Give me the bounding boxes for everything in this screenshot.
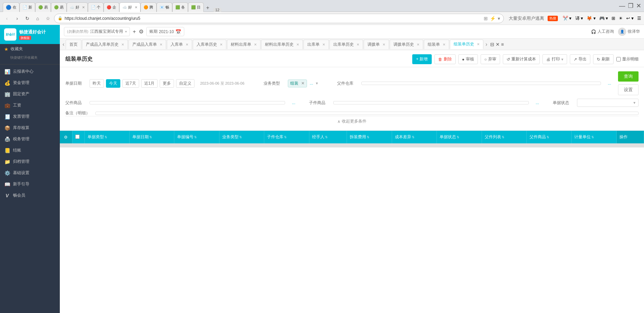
tab-assembly-history-close[interactable]: ✕ — [477, 42, 480, 46]
game-icon[interactable]: 🎮 ▾ — [599, 16, 608, 21]
browser-tab-9[interactable]: 🟠 腾 — [140, 2, 156, 12]
business-type-tag-close[interactable]: ✕ — [301, 81, 305, 86]
page-tab-finished-goods-in[interactable]: 产成品入库单 ✕ — [129, 40, 166, 49]
page-tab-assembly-history[interactable]: 组装单历史 ✕ — [450, 40, 483, 49]
date-more[interactable]: 更多 — [160, 79, 174, 88]
child-goods-input[interactable] — [333, 101, 529, 104]
delete-button[interactable]: 🗑 删除 — [434, 54, 456, 64]
back-button[interactable]: ‹ — [3, 14, 11, 23]
parent-goods-input[interactable] — [90, 101, 285, 104]
browser-tab-3[interactable]: 🟢 易 — [35, 2, 51, 12]
browser-tab-1[interactable]: 🔵 在 — [3, 2, 19, 12]
audit-button[interactable]: ● 审核 — [458, 54, 478, 64]
export-button[interactable]: ↗ 导出 — [570, 54, 590, 64]
address-dropdown[interactable]: ▾ — [498, 16, 500, 21]
abandon-button[interactable]: ○ 弃审 — [481, 54, 500, 64]
sidebar-item-settings[interactable]: ⚙️ 基础设置 — [0, 167, 60, 179]
th-checkbox[interactable] — [72, 131, 84, 143]
th-disassembly-fee[interactable]: 拆装费用 ⇅ — [347, 131, 392, 143]
sidebar-item-assets[interactable]: 🏢 固定资产 — [0, 88, 60, 100]
browser-tab-8[interactable]: ☁️ 好 ✕ — [119, 2, 140, 12]
show-detail-label[interactable]: 显示明细 — [616, 56, 639, 62]
sidebar-item-member[interactable]: V 畅会员 — [0, 190, 60, 201]
sidebar-item-invoice[interactable]: 🧾 发票管理 — [0, 111, 60, 122]
sidebar-item-tax[interactable]: 🖨️ 税务管理 — [0, 133, 60, 145]
tab-assembly-close[interactable]: ✕ — [443, 43, 445, 46]
company-selector[interactable]: (勿删勿禁用) 江西服宝测试专用 ▾ — [64, 27, 130, 36]
th-bill-no[interactable]: 单据编号 ⇅ — [174, 131, 219, 143]
remarks-input[interactable] — [95, 112, 639, 115]
translate-icon[interactable]: 译 ▾ — [575, 15, 583, 22]
address-bar[interactable]: 🔒 https://cloud.chanjet.com/accounting/u… — [54, 14, 504, 23]
tab-material-out-close[interactable]: ✕ — [254, 43, 257, 46]
tab-settings-btn[interactable]: ≡ — [501, 42, 504, 47]
date-7days[interactable]: 近7天 — [122, 79, 139, 88]
window-minimize[interactable]: — — [619, 2, 625, 10]
th-child-warehouse[interactable]: 子件仓库 ⇅ — [264, 131, 309, 143]
browser-tab-2[interactable]: 📄 新 — [19, 2, 35, 12]
window-restore[interactable]: ❐ — [628, 2, 633, 10]
new-tab-button[interactable]: + — [204, 4, 212, 12]
browser-tab-4[interactable]: 🟢 易 — [51, 2, 67, 12]
browser-tab-10[interactable]: 📧 畅 — [157, 2, 172, 12]
sidebar-item-archive[interactable]: 📁 归档管理 — [0, 156, 60, 167]
scrollbar-area[interactable] — [60, 143, 644, 147]
company-settings-button[interactable]: ⚙ — [139, 28, 144, 35]
page-tab-in[interactable]: 入库单 ✕ — [167, 40, 192, 49]
refresh-button[interactable]: ↻ 刷新 — [593, 54, 614, 64]
th-unit[interactable]: 计量单位 ⇅ — [572, 131, 617, 143]
tab-finished-goods-in-close[interactable]: ✕ — [160, 43, 162, 46]
tab-8-close[interactable]: ✕ — [135, 5, 137, 9]
browser-tab-5[interactable]: ☁️ 好 ✕ — [67, 2, 88, 12]
tab-close-all[interactable]: ✕ — [496, 42, 500, 47]
browser-tab-7[interactable]: 🔴 企 — [104, 2, 119, 12]
tab-material-out-history-close[interactable]: ✕ — [296, 43, 299, 46]
tab-out-history-close[interactable]: ✕ — [357, 43, 359, 46]
th-bill-date[interactable]: 单据日期 ⇅ — [129, 131, 174, 143]
page-tab-out-history[interactable]: 出库单历史 ✕ — [330, 40, 363, 49]
business-type-dropdown[interactable]: ▾ — [316, 81, 318, 86]
business-type-more[interactable]: ... — [308, 81, 314, 86]
tab-finished-goods-in-history-close[interactable]: ✕ — [121, 43, 124, 46]
child-goods-more[interactable]: ... — [534, 100, 540, 105]
page-tab-assembly[interactable]: 组装单 ✕ — [424, 40, 449, 49]
tab-count-badge[interactable]: 12 — [213, 8, 222, 12]
th-settings[interactable]: ⚙ — [60, 131, 72, 143]
browser-tab-11[interactable]: 🟩 各 — [172, 2, 188, 12]
query-button[interactable]: 查询 — [618, 71, 639, 82]
scissors-icon[interactable]: ✂️ ▾ — [563, 16, 572, 21]
period-selector[interactable]: 账期 2021-10 📅 — [146, 27, 184, 36]
fox-icon[interactable]: 🦊 ▾ — [587, 16, 596, 21]
browser-tab-12[interactable]: 🟩 目 — [188, 2, 204, 12]
tab-transfer-history-close[interactable]: ✕ — [417, 43, 419, 46]
page-tab-transfer-history[interactable]: 调拨单历史 ✕ — [390, 40, 423, 49]
select-all-checkbox[interactable] — [75, 134, 80, 139]
page-tab-material-out[interactable]: 材料出库单 ✕ — [227, 40, 260, 49]
page-tab-in-history[interactable]: 入库单历史 ✕ — [193, 40, 226, 49]
tab-nav-left[interactable]: ‹ — [61, 41, 66, 47]
date-yesterday[interactable]: 昨天 — [90, 79, 104, 88]
th-bill-type[interactable]: 单据类型 ⇅ — [84, 131, 129, 143]
tab-transfer-close[interactable]: ✕ — [383, 43, 385, 46]
browser-tab-6[interactable]: 📄 个 — [88, 2, 104, 12]
tab-nav-right[interactable]: › — [484, 41, 488, 47]
th-cost-variance[interactable]: 成本差异 ⇅ — [392, 131, 437, 143]
th-biz-type[interactable]: 业务类型 ⇅ — [219, 131, 264, 143]
lightning-icon[interactable]: ⚡ — [490, 16, 496, 21]
sidebar-collection[interactable]: ★ 收藏夹 — [0, 44, 60, 54]
page-tab-material-out-history[interactable]: 材料出库单历史 ✕ — [261, 40, 303, 49]
qr-code-icon[interactable]: ⊞ — [484, 16, 488, 21]
add-company-button[interactable]: + — [133, 29, 136, 35]
page-tab-out[interactable]: 出库单 ✕ — [304, 40, 329, 49]
date-custom[interactable]: 自定义 — [176, 79, 194, 88]
bookmark-button[interactable]: ☆ — [44, 14, 52, 23]
undo-icon[interactable]: ↩ ▾ — [626, 16, 634, 21]
service-button[interactable]: 🎧 人工咨询 — [591, 29, 614, 34]
reload-button[interactable]: ↻ — [23, 14, 31, 23]
date-today[interactable]: 今天 — [106, 79, 120, 88]
recalculate-button[interactable]: ↺ 重新计算成本 — [503, 54, 540, 64]
status-dropdown[interactable]: ▾ — [577, 99, 639, 107]
sidebar-item-settle[interactable]: 📒 结账 — [0, 145, 60, 156]
sidebar-item-reports[interactable]: 📊 云报表中心 — [0, 66, 60, 77]
th-parent-goods[interactable]: 父件商品 ⇅ — [527, 131, 572, 143]
